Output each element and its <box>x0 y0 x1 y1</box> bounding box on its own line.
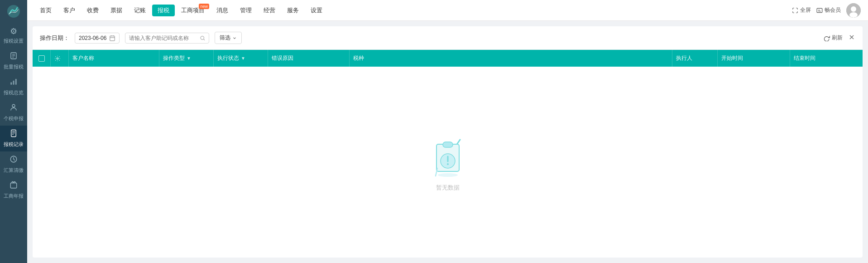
chevron-down-icon <box>232 36 237 40</box>
sidebar-item-label: 汇算清缴 <box>4 167 24 174</box>
member-label: 畅会员 <box>825 6 841 14</box>
date-picker[interactable]: 2023-06-06 <box>75 33 120 44</box>
annual-report-icon <box>10 181 18 191</box>
content: 操作日期： 2023-06-06 <box>27 21 868 263</box>
svg-rect-9 <box>11 130 16 137</box>
topnav-items: 首页 客户 收费 票据 记账 报税 工商项目 new 消息 <box>34 5 792 16</box>
tax-records-icon <box>10 129 18 140</box>
toolbar: 操作日期： 2023-06-06 <box>33 26 863 50</box>
table-container: 客户名称 操作类型 ▼ 执行状态 ▼ 错误原因 税种 <box>33 50 863 258</box>
empty-text: 暂无数据 <box>436 184 460 192</box>
svg-rect-31 <box>443 142 453 147</box>
nav-item-admin[interactable]: 管理 <box>235 5 257 16</box>
nav-item-invoice[interactable]: 票据 <box>105 5 128 16</box>
user-avatar[interactable] <box>846 3 861 18</box>
th-exec-status[interactable]: 执行状态 ▼ <box>214 50 268 67</box>
nav-item-home[interactable]: 首页 <box>34 5 57 16</box>
tax-settings-icon: ⚙ <box>10 26 17 36</box>
empty-state: 暂无数据 <box>427 133 468 192</box>
svg-point-34 <box>447 163 449 165</box>
nav-item-accounting[interactable]: 记账 <box>129 5 151 16</box>
date-value: 2023-06-06 <box>79 35 106 41</box>
nav-item-management[interactable]: 经营 <box>258 5 281 16</box>
sidebar-item-personal-tax[interactable]: 个税申报 <box>0 100 27 126</box>
main-area: 首页 客户 收费 票据 记账 报税 工商项目 new 消息 <box>27 0 868 263</box>
th-tax-type: 税种 <box>350 50 672 67</box>
topnav: 首页 客户 收费 票据 记账 报税 工商项目 new 消息 <box>27 0 868 21</box>
close-button[interactable] <box>848 34 855 43</box>
batch-tax-icon <box>10 52 18 62</box>
svg-rect-7 <box>15 79 17 85</box>
nav-item-billing[interactable]: 收费 <box>82 5 104 16</box>
fullscreen-label: 全屏 <box>800 6 811 14</box>
th-settings[interactable] <box>51 50 69 67</box>
select-all-checkbox[interactable] <box>38 55 45 62</box>
settings-col-icon <box>54 55 61 62</box>
sidebar-logo <box>0 0 27 23</box>
search-input[interactable] <box>129 35 197 41</box>
nav-item-customer[interactable]: 客户 <box>58 5 81 16</box>
th-checkbox[interactable] <box>33 50 51 67</box>
sidebar-item-label: 个税申报 <box>4 115 24 122</box>
th-end-time: 结束时间 <box>790 50 863 67</box>
sidebar: ⚙ 报税设置 批量报税 报税总览 <box>0 0 27 263</box>
search-icon <box>200 35 206 41</box>
svg-point-23 <box>201 36 204 39</box>
svg-rect-19 <box>110 36 115 41</box>
sidebar-item-label: 报税设置 <box>4 38 24 44</box>
fullscreen-button[interactable]: 全屏 <box>792 6 811 14</box>
calendar-icon <box>109 35 115 41</box>
search-box[interactable] <box>125 33 209 44</box>
svg-point-17 <box>851 6 856 12</box>
sidebar-item-settlement[interactable]: 汇算清缴 <box>0 151 27 177</box>
sidebar-item-batch-tax[interactable]: 批量报税 <box>0 48 27 74</box>
table-body: 暂无数据 <box>33 67 863 258</box>
svg-point-8 <box>12 104 15 107</box>
settlement-icon <box>10 155 18 166</box>
content-card: 操作日期： 2023-06-06 <box>33 26 863 258</box>
nav-item-message[interactable]: 消息 <box>211 5 234 16</box>
new-badge: new <box>199 4 209 10</box>
tax-overview-icon <box>10 78 18 88</box>
svg-rect-5 <box>10 83 12 85</box>
sidebar-item-label: 报税记录 <box>4 141 24 148</box>
th-executor: 执行人 <box>672 50 718 67</box>
sidebar-item-label: 报税总览 <box>4 89 24 96</box>
sidebar-item-tax-settings[interactable]: ⚙ 报税设置 <box>0 23 27 48</box>
topnav-right: 全屏 畅会员 <box>792 3 861 18</box>
sidebar-item-label: 批量报税 <box>4 63 24 70</box>
th-error-reason: 错误原因 <box>268 50 350 67</box>
th-customer-name: 客户名称 <box>69 50 159 67</box>
member-button[interactable]: 畅会员 <box>816 6 841 14</box>
date-label: 操作日期： <box>40 34 69 42</box>
empty-illustration <box>427 133 468 178</box>
table-header: 客户名称 操作类型 ▼ 执行状态 ▼ 错误原因 税种 <box>33 50 863 67</box>
refresh-icon <box>824 35 830 41</box>
nav-item-settings[interactable]: 设置 <box>305 5 328 16</box>
svg-point-0 <box>7 5 20 18</box>
sidebar-item-annual-report[interactable]: 工商年报 <box>0 177 27 203</box>
sidebar-item-label: 工商年报 <box>4 193 24 200</box>
sidebar-item-tax-overview[interactable]: 报税总览 <box>0 74 27 100</box>
sidebar-item-tax-records[interactable]: 报税记录 <box>0 126 27 151</box>
th-operation-type[interactable]: 操作类型 ▼ <box>159 50 214 67</box>
filter-button[interactable]: 筛选 <box>215 32 242 44</box>
th-start-time: 开始时间 <box>718 50 790 67</box>
nav-item-service[interactable]: 服务 <box>282 5 304 16</box>
svg-line-24 <box>204 39 205 40</box>
svg-rect-14 <box>10 183 17 188</box>
svg-rect-6 <box>13 81 14 85</box>
svg-point-27 <box>57 58 58 59</box>
svg-point-36 <box>438 173 458 177</box>
nav-item-tax-report[interactable]: 报税 <box>152 5 175 16</box>
svg-point-18 <box>849 12 858 18</box>
refresh-button[interactable]: 刷新 <box>824 34 843 42</box>
close-icon <box>848 34 855 41</box>
personal-tax-icon <box>10 103 18 114</box>
sort-icon: ▼ <box>187 56 191 61</box>
nav-item-business[interactable]: 工商项目 new <box>176 5 210 16</box>
sort-icon: ▼ <box>241 56 245 61</box>
